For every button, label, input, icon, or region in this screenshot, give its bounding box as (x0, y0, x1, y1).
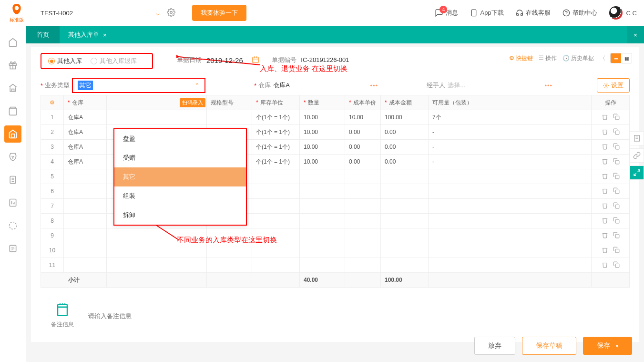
radio-inbound[interactable]: 其他入库 (48, 57, 82, 65)
org-selector[interactable]: TEST-H002 ⌵ (41, 10, 160, 17)
chevron-up-icon: ⌃ (194, 82, 200, 89)
settings-button[interactable]: 设置 (597, 78, 630, 93)
filter-tools: ⚙ 快捷键 ☰ 操作 🕓 历史单据 〈 ☰ ▦ (503, 53, 632, 63)
sidebar-clipboard[interactable] (4, 171, 21, 188)
copy-row-icon[interactable] (613, 261, 620, 269)
dropdown-item[interactable]: 受赠 (114, 148, 246, 167)
delete-row-icon[interactable] (602, 261, 608, 269)
dropdown-item[interactable]: 拆卸 (114, 206, 246, 225)
copy-row-icon[interactable] (613, 202, 620, 210)
scan-button[interactable]: 扫码录入 (180, 98, 205, 107)
list-view-icon[interactable]: ☰ (611, 53, 621, 63)
sidebar-money[interactable] (4, 148, 21, 165)
delete-row-icon[interactable] (602, 173, 608, 181)
caret-down-icon: ▾ (616, 343, 618, 349)
tab-other-inbound[interactable]: 其他入库单 × (60, 26, 115, 43)
gear-icon[interactable] (167, 8, 175, 18)
calendar-icon[interactable] (252, 56, 259, 65)
biz-type-field: *业务类型 其它 ⌃ (41, 78, 205, 93)
chevron-down-icon: ⌵ (156, 10, 160, 17)
sidebar-sync[interactable] (4, 217, 21, 234)
biz-type-dropdown: 盘盈受赠其它组装拆卸 (113, 128, 247, 226)
copy-row-icon[interactable] (613, 114, 620, 122)
copy-row-icon[interactable] (613, 217, 620, 225)
handler-select[interactable]: 选择... ••• (448, 81, 552, 90)
table-row[interactable]: 11 (41, 258, 630, 273)
top-header: 标准版 TEST-H002 ⌵ 我要体验一下 4 消息 App下载 在线客服 帮… (0, 0, 644, 26)
sidebar-house[interactable] (4, 80, 21, 97)
delete-row-icon[interactable] (602, 232, 608, 240)
remarks-input[interactable] (88, 312, 619, 320)
table-row[interactable]: 10 (41, 243, 630, 258)
warehouse-field: *仓库 仓库A ••• (254, 81, 378, 90)
save-button[interactable]: 保存▾ (583, 337, 632, 355)
try-button[interactable]: 我要体验一下 (192, 5, 246, 21)
sidebar-new[interactable]: 新 (4, 240, 21, 257)
dropdown-item[interactable]: 组装 (114, 186, 246, 206)
tab-home[interactable]: 首页 (26, 26, 60, 43)
date-value[interactable]: 2019-12-26 (206, 56, 243, 64)
float-toolbar (630, 131, 644, 183)
gear-column-header[interactable]: ⚙ (41, 95, 64, 110)
sidebar-home[interactable] (4, 34, 21, 51)
copy-row-icon[interactable] (613, 187, 620, 196)
svg-rect-23 (615, 116, 619, 120)
more-icon: ••• (544, 82, 552, 89)
prev-doc-icon[interactable]: 〈 (600, 54, 605, 62)
operate-button[interactable]: ☰ 操作 (539, 54, 557, 62)
delete-row-icon[interactable] (602, 158, 608, 166)
history-button[interactable]: 🕓 历史单据 (562, 54, 594, 62)
app-download-button[interactable]: App下载 (470, 9, 503, 17)
radio-return[interactable]: 其他入库退库 (91, 57, 137, 65)
sidebar-report[interactable] (4, 194, 21, 211)
delete-row-icon[interactable] (602, 247, 608, 255)
handler-field: 经手人 选择... ••• (427, 81, 552, 90)
logo-icon (10, 3, 23, 15)
warehouse-select[interactable]: 仓库A ••• (273, 81, 378, 90)
save-draft-button[interactable]: 保存草稿 (522, 337, 576, 355)
messages-label: 消息 (446, 9, 458, 17)
messages-button[interactable]: 4 消息 (435, 9, 458, 17)
svg-text:新: 新 (11, 247, 15, 251)
note-tool-icon[interactable] (630, 131, 644, 145)
biz-type-select[interactable]: 其它 ⌃ (72, 78, 205, 93)
notepad-icon (51, 303, 74, 321)
close-all-tabs[interactable]: × (627, 26, 644, 43)
delete-row-icon[interactable] (602, 202, 608, 210)
doc-date: 单据日期 2019-12-26 单据编号 IC-20191226-001 (177, 56, 349, 65)
dropdown-item[interactable]: 其它 (114, 167, 246, 186)
expand-tool-icon[interactable] (630, 165, 644, 180)
copy-row-icon[interactable] (613, 247, 620, 255)
copy-row-icon[interactable] (613, 158, 620, 166)
radio-checked-icon (48, 58, 55, 64)
shortcut-button[interactable]: ⚙ 快捷键 (509, 54, 533, 62)
table-row[interactable]: 9 (41, 228, 630, 243)
dropdown-item[interactable]: 盘盈 (114, 129, 246, 148)
copy-row-icon[interactable] (613, 128, 620, 136)
close-icon[interactable]: × (103, 31, 107, 39)
delete-row-icon[interactable] (602, 128, 608, 136)
link-tool-icon[interactable] (630, 148, 644, 163)
table-row[interactable]: 1仓库A个(1个 = 1个)10.0010.00100.007个 (41, 110, 630, 125)
delete-row-icon[interactable] (602, 143, 608, 151)
sidebar-bag[interactable] (4, 103, 21, 120)
customer-service-button[interactable]: 在线客服 (516, 9, 551, 17)
help-center-button[interactable]: 帮助中心 (562, 9, 597, 17)
copy-row-icon[interactable] (613, 232, 620, 240)
svg-rect-31 (615, 234, 619, 238)
logo-text: 标准版 (7, 17, 26, 23)
sidebar-gift[interactable] (4, 57, 21, 74)
delete-row-icon[interactable] (602, 187, 608, 196)
delete-row-icon[interactable] (602, 217, 608, 225)
user-menu[interactable]: C C (609, 6, 637, 20)
svg-rect-1 (472, 10, 476, 16)
copy-row-icon[interactable] (613, 143, 620, 151)
help-label: 帮助中心 (572, 9, 597, 17)
delete-row-icon[interactable] (602, 114, 608, 122)
svg-rect-30 (615, 219, 619, 223)
annotation-text-1: 入库、退货业务 在这里切换 (260, 64, 348, 73)
grid-view-icon[interactable]: ▦ (621, 53, 632, 63)
discard-button[interactable]: 放弃 (474, 337, 515, 355)
copy-row-icon[interactable] (613, 173, 620, 181)
sidebar-warehouse[interactable] (4, 125, 21, 143)
